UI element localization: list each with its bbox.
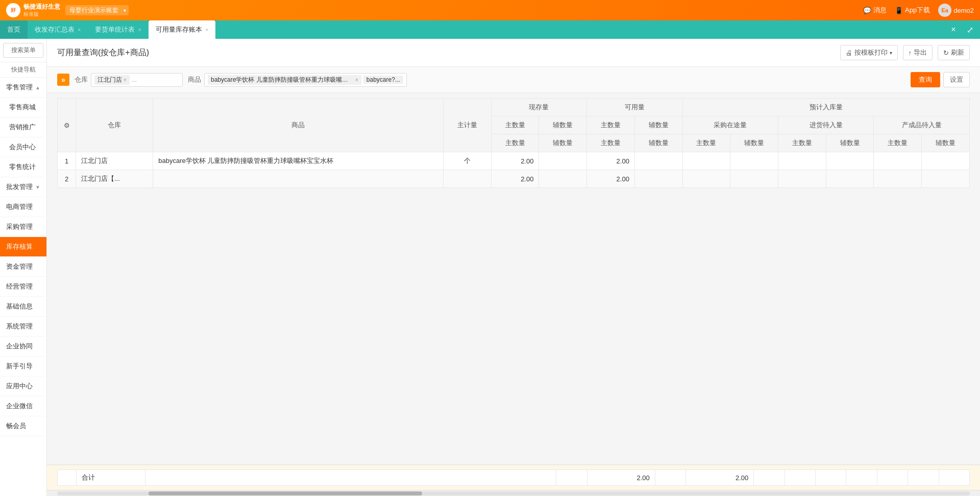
expand-window-btn[interactable]: ⤢ — [964, 23, 976, 36]
sidebar-item-retail-mall[interactable]: 零售商城 — [0, 98, 46, 117]
app-download-btn[interactable]: 📱 App下载 — [895, 6, 930, 15]
user-menu-btn[interactable]: Ea demo2 — [938, 4, 974, 17]
print-icon: 🖨 — [846, 49, 852, 57]
cell-pur-aux-2 — [730, 170, 778, 188]
col-purchase-main: 主数量 — [682, 134, 730, 152]
product-tag-2: babycare?... — [363, 76, 403, 84]
col-current-main-qty-sub: 主数量 — [491, 134, 539, 152]
page-header: 可用量查询(按仓库+商品) 🖨 按模板打印 ▾ ↑ 导出 ↻ 刷新 — [47, 39, 980, 67]
warehouse-filter-group: 仓库 江北门店 × ... — [75, 73, 183, 87]
quick-nav-btn[interactable]: 快捷导航 — [0, 62, 46, 78]
warehouse-more[interactable]: ... — [132, 76, 137, 83]
header-right: 💬 消息 📱 App下载 Ea demo2 — [863, 4, 974, 17]
col-purchase-in-transit: 采购在途量 — [682, 116, 778, 134]
scroll-bar[interactable] — [47, 490, 980, 496]
sidebar-item-basic-info[interactable]: 基础信息 — [0, 297, 46, 317]
close-window-btn[interactable]: × — [947, 23, 960, 36]
sidebar-item-guide[interactable]: 新手引导 — [0, 357, 46, 376]
sidebar-item-retail-stats[interactable]: 零售统计 — [0, 157, 46, 177]
filter-actions: 查询 设置 — [911, 72, 970, 87]
tab-summary[interactable]: 收发存汇总表 × — [28, 20, 88, 39]
cell-product-2 — [153, 170, 444, 188]
settings-btn[interactable]: 设置 — [943, 72, 970, 87]
footer-label: 合计 — [77, 470, 145, 486]
sidebar-item-member-center[interactable]: 会员中心 — [0, 137, 46, 157]
tab-order-stat-close[interactable]: × — [138, 27, 141, 33]
sidebar-menu: 零售管理 ▲ 零售商城 营销推广 会员中心 零售统计 批发管理 ▼ 电商管理 — [0, 78, 46, 436]
col-current-main-qty: 主数量 — [491, 116, 539, 134]
sidebar-item-wechat-work[interactable]: 企业微信 — [0, 396, 46, 416]
sidebar-item-marketing[interactable]: 营销推广 — [0, 117, 46, 137]
cell-seq-2: 2 — [58, 170, 76, 188]
cell-cur-aux-2 — [539, 170, 587, 188]
sidebar-item-ecommerce[interactable]: 电商管理 — [0, 197, 46, 217]
warehouse-tag-close[interactable]: × — [124, 77, 127, 83]
cell-unit-2 — [444, 170, 492, 188]
cell-goods-aux-1 — [826, 152, 874, 170]
top-header: 好 畅捷通好生意 标准版 母婴行业演示账套 💬 消息 📱 App下载 Ea de… — [0, 0, 980, 20]
filter-bar: » 仓库 江北门店 × ... 商品 babycare学饮杯 儿童防摔防撞吸管杯… — [47, 67, 980, 93]
footer-avail-main: 2.00 — [686, 470, 754, 486]
sidebar-item-retail-mgmt[interactable]: 零售管理 ▲ — [0, 78, 46, 98]
footer-avail-aux — [754, 470, 785, 486]
sidebar-item-chang-member[interactable]: 畅会员 — [0, 416, 46, 436]
tab-home[interactable]: 首页 — [0, 20, 28, 39]
sidebar: 搜索菜单 快捷导航 零售管理 ▲ 零售商城 营销推广 会员中心 零售统计 批发管… — [0, 39, 47, 496]
message-icon: 💬 — [863, 7, 871, 14]
cell-cur-main-2: 2.00 — [491, 170, 539, 188]
search-menu-btn[interactable]: 搜索菜单 — [3, 43, 43, 58]
logo-area: 好 畅捷通好生意 标准版 — [6, 3, 60, 18]
col-product-main: 主数量 — [874, 134, 922, 152]
sidebar-item-enterprise[interactable]: 企业协同 — [0, 337, 46, 357]
col-goods-pending: 进货待入量 — [778, 116, 874, 134]
cell-cur-main-1: 2.00 — [491, 152, 539, 170]
warehouse-filter-tags[interactable]: 江北门店 × ... — [91, 73, 183, 87]
page-title: 可用量查询(按仓库+商品) — [57, 48, 149, 58]
query-btn[interactable]: 查询 — [911, 72, 940, 87]
export-icon: ↑ — [909, 49, 912, 57]
message-btn[interactable]: 💬 消息 — [863, 6, 887, 15]
sidebar-item-purchase-mgmt[interactable]: 采购管理 — [0, 217, 46, 237]
col-goods-aux: 辅数量 — [826, 134, 874, 152]
col-current-aux-qty: 辅数量 — [539, 116, 587, 134]
industry-selector-wrap[interactable]: 母婴行业演示账套 — [65, 5, 129, 15]
filter-expand-btn[interactable]: » — [57, 74, 69, 86]
sidebar-item-app-center[interactable]: 应用中心 — [0, 376, 46, 396]
export-btn[interactable]: ↑ 导出 — [903, 45, 933, 60]
sidebar-item-finance[interactable]: 资金管理 — [0, 257, 46, 277]
product-label: 商品 — [188, 75, 201, 84]
tab-order-stat[interactable]: 要货单统计表 × — [88, 20, 148, 39]
sidebar-item-system-mgmt[interactable]: 系统管理 — [0, 317, 46, 337]
col-available-aux-qty: 辅数量 — [634, 116, 682, 134]
refresh-icon: ↻ — [943, 49, 949, 57]
sidebar-item-operations[interactable]: 经营管理 — [0, 277, 46, 297]
sidebar-item-wholesale-mgmt[interactable]: 批发管理 ▼ — [0, 177, 46, 197]
product-filter-group: 商品 babycare学饮杯 儿童防摔防撞吸管杯重力球吸嘴杯宝宝水杯 × bab… — [188, 73, 407, 87]
cell-avail-main-1: 2.00 — [587, 152, 635, 170]
tab-available-stock-close[interactable]: × — [205, 27, 208, 33]
refresh-btn[interactable]: ↻ 刷新 — [938, 45, 970, 60]
cell-seq-1: 1 — [58, 152, 76, 170]
cell-prod-aux-2 — [922, 170, 970, 188]
product-filter-tags[interactable]: babycare学饮杯 儿童防摔防撞吸管杯重力球吸嘴杯宝宝水杯 × babyca… — [204, 73, 407, 87]
col-settings[interactable]: ⚙ — [58, 99, 76, 152]
tab-available-stock[interactable]: 可用量库存账本 × — [149, 20, 215, 39]
cell-product-1: babycare学饮杯 儿童防摔防撞吸管杯重力球吸嘴杯宝宝水杯 — [153, 152, 444, 170]
cell-pur-aux-1 — [730, 152, 778, 170]
chevron-up-icon: ▲ — [35, 85, 40, 90]
warehouse-tag-1: 江北门店 × — [94, 75, 130, 85]
industry-selector[interactable]: 母婴行业演示账套 — [65, 5, 129, 15]
download-icon: 📱 — [895, 7, 903, 14]
product-tag-1: babycare学饮杯 儿童防摔防撞吸管杯重力球吸嘴杯宝宝水杯 × — [208, 75, 361, 85]
warehouse-label: 仓库 — [75, 75, 88, 84]
cell-unit-1: 个 — [444, 152, 492, 170]
col-current-stock: 现存量 — [491, 99, 586, 116]
scroll-thumb[interactable] — [149, 491, 422, 495]
col-product-aux: 辅数量 — [922, 134, 970, 152]
template-print-btn[interactable]: 🖨 按模板打印 ▾ — [840, 45, 898, 60]
scroll-track[interactable] — [57, 491, 970, 495]
product-tag-1-close[interactable]: × — [355, 77, 358, 83]
tab-summary-close[interactable]: × — [78, 27, 81, 33]
cell-avail-main-2: 2.00 — [587, 170, 635, 188]
sidebar-item-inventory[interactable]: 库存核算 — [0, 237, 46, 257]
